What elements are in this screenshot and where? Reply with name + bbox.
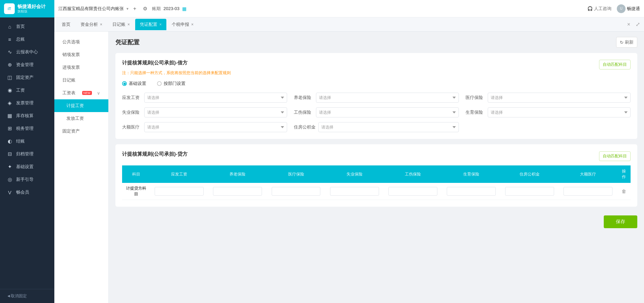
tab-close-icon[interactable]: × [191, 22, 194, 27]
row-label: 计提贷方科目 [126, 186, 146, 196]
service-button[interactable]: 🎧 人工咨询 [587, 6, 611, 12]
col-yanglao: 养老保险 [208, 165, 267, 183]
select-shiye[interactable]: 请选择 [144, 107, 287, 117]
input-row-gongshang[interactable] [388, 187, 437, 196]
cell-daeyiliao [559, 183, 617, 200]
col-shengyu: 生育保险 [442, 165, 500, 183]
select-yanglao[interactable]: 请选择 [316, 93, 459, 103]
menu-item-calculate-salary[interactable]: 计提工资 [54, 99, 108, 112]
sidebar-item-invoice-mgmt[interactable]: ◈ 发票管理 [0, 97, 54, 109]
calendar-icon[interactable]: ▦ [182, 6, 186, 11]
tab-close-icon[interactable]: × [159, 22, 162, 27]
menu-item-journal[interactable]: 日记账 [54, 74, 108, 87]
input-row-daeyiliao[interactable] [564, 187, 612, 196]
refresh-label: 刷新 [625, 39, 634, 45]
menu-item-fixed-assets[interactable]: 固定资产 [54, 125, 108, 138]
select-zhufang[interactable]: 请选择 [318, 122, 459, 132]
col-zhufang: 住房公积金 [500, 165, 559, 183]
select-yingfa[interactable]: 请选择 [144, 93, 287, 103]
input-row-zhufang[interactable] [505, 187, 554, 196]
form-row-yanglao: 养老保险 请选择 [294, 93, 459, 103]
delete-row-button[interactable]: 🗑 [622, 189, 626, 194]
sidebar-item-label: 税务管理 [16, 125, 34, 132]
closing-icon: ◐ [7, 138, 13, 144]
col-action: 操作 [617, 165, 631, 183]
sidebar-item-cloud-reports[interactable]: ∿ 云报表中心 [0, 46, 54, 58]
cell-zhufang [500, 183, 559, 200]
dropdown-arrow-icon[interactable]: ▾ [126, 6, 128, 11]
sidebar-item-fixed-assets[interactable]: ◫ 固定资产 [0, 71, 54, 84]
cell-yanglao [208, 183, 267, 200]
sidebar-item-label: 工资 [16, 87, 25, 93]
sidebar-item-closing[interactable]: ◐ 结账 [0, 135, 54, 148]
sidebar-item-label: 总账 [16, 36, 25, 42]
tab-voucher-config[interactable]: 凭证配置 × [135, 19, 166, 30]
select-daeyiliao[interactable]: 请选择 [144, 122, 287, 132]
tab-fund-analysis[interactable]: 资金分析 × [76, 19, 107, 30]
input-row-yanglao[interactable] [213, 187, 262, 196]
select-shengyu[interactable]: 请选择 [488, 107, 631, 117]
input-row-shiye[interactable] [330, 187, 379, 196]
radio-dept-settings[interactable]: 按部门设置 [157, 81, 185, 87]
tab-journal-label: 日记账 [112, 21, 125, 28]
sidebar-item-inventory[interactable]: ▦ 库存核算 [0, 109, 54, 122]
new-badge: NEW [82, 91, 92, 95]
tab-tax-report[interactable]: 个税申报 × [167, 19, 198, 30]
headset-icon: 🎧 [587, 6, 593, 11]
tab-home-label: 首页 [62, 21, 70, 28]
label-daeyiliao: 大额医疗 [122, 124, 142, 130]
sidebar-edition: 旗舰版 [17, 9, 46, 14]
col-shiye: 失业保险 [325, 165, 384, 183]
service-label: 人工咨询 [594, 6, 611, 12]
menu-item-public-options[interactable]: 公共选项 [54, 36, 108, 48]
tab-journal[interactable]: 日记账 × [108, 19, 135, 30]
radio-basic-label: 基础设置 [129, 81, 146, 87]
input-row-yiliao[interactable] [272, 187, 321, 196]
menu-item-pay-salary[interactable]: 发放工资 [54, 112, 108, 125]
label-shengyu: 生育保险 [466, 109, 485, 115]
form-row-yiliao: 医疗保险 请选择 [466, 93, 631, 103]
input-row-yingfa[interactable] [155, 187, 204, 196]
auto-match-credit-button[interactable]: 自动匹配科目 [599, 151, 631, 161]
sidebar-item-basic-settings[interactable]: ✦ 基础设置 [0, 160, 54, 173]
sidebar-item-new-guide[interactable]: ◎ 新手引导 [0, 173, 54, 186]
sidebar-item-archive[interactable]: ⊟ 归档管理 [0, 148, 54, 160]
input-row-shengyu[interactable] [447, 187, 496, 196]
tab-home[interactable]: 首页 [57, 19, 75, 30]
cell-gongshang [384, 183, 442, 200]
add-tab-button[interactable]: + [131, 4, 138, 13]
auto-match-debit-button[interactable]: 自动匹配科目 [599, 60, 631, 69]
user-name: 畅捷通 [627, 6, 640, 12]
settings-gear-icon[interactable]: ⚙ [141, 4, 149, 13]
close-tab-button[interactable]: × [626, 20, 632, 29]
refresh-button[interactable]: ↻ 刷新 [616, 37, 637, 48]
menu-item-salary-sheet[interactable]: 工资表 NEW ∨ [54, 87, 108, 99]
sidebar-item-label: 固定资产 [16, 74, 34, 81]
label-yiliao: 医疗保险 [466, 95, 485, 101]
period-value[interactable]: 2023-03 [163, 6, 179, 11]
sidebar-item-home[interactable]: ⌂ 首页 [0, 20, 54, 33]
sidebar-item-ledger[interactable]: ≡ 总账 [0, 33, 54, 46]
select-gongshang[interactable]: 请选择 [316, 107, 459, 117]
sidebar-item-salary[interactable]: ◉ 工资 [0, 84, 54, 97]
tab-close-icon[interactable]: × [100, 22, 102, 27]
cancel-pin-button[interactable]: ◄取消固定 [0, 289, 54, 303]
sidebar-item-fund-mgmt[interactable]: ⊕ 资金管理 [0, 58, 54, 71]
radio-basic-settings[interactable]: 基础设置 [122, 81, 146, 87]
cell-yingfa [150, 183, 208, 200]
menu-item-purchase-invoice[interactable]: 进项发票 [54, 61, 108, 74]
user-menu[interactable]: U 畅捷通 [617, 4, 640, 13]
tab-close-icon[interactable]: × [127, 22, 130, 27]
sidebar-item-vip[interactable]: V 畅会员 [0, 186, 54, 199]
expand-tab-button[interactable]: ⤢ [634, 20, 641, 29]
debit-section-title: 计提核算规则(公司承担)-借方 [122, 60, 231, 66]
col-yiliao: 医疗保险 [267, 165, 325, 183]
sidebar-item-tax-mgmt[interactable]: ⊞ 税务管理 [0, 122, 54, 135]
label-yingfa: 应发工资 [122, 95, 142, 101]
select-yiliao[interactable]: 请选择 [488, 93, 631, 103]
sidebar-item-label: 资金管理 [16, 62, 34, 68]
save-bar: 保存 [115, 212, 637, 232]
tab-voucher-config-label: 凭证配置 [140, 21, 157, 28]
save-button[interactable]: 保存 [604, 215, 637, 228]
menu-item-sales-invoice[interactable]: 销项发票 [54, 48, 108, 61]
